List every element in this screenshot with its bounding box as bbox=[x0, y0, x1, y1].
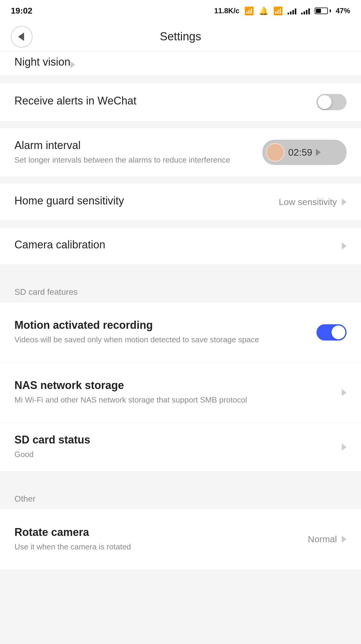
status-icons: 11.8K/c 📶 🔔 📶 47% bbox=[214, 6, 350, 16]
nas-storage-title: NAS network storage bbox=[14, 379, 335, 392]
top-nav: Settings bbox=[0, 22, 361, 52]
nas-storage-chevron-icon bbox=[342, 389, 347, 396]
night-vision-right bbox=[70, 61, 75, 68]
alarm-interval-group: Alarm interval Set longer intervals betw… bbox=[0, 128, 361, 176]
signal-bars-2 bbox=[301, 7, 310, 14]
alarm-interval-row[interactable]: Alarm interval Set longer intervals betw… bbox=[0, 128, 361, 176]
receive-alerts-row[interactable]: Receive alerts in WeChat bbox=[0, 83, 361, 121]
battery-icon bbox=[315, 8, 331, 14]
signal-bars-1 bbox=[288, 7, 296, 14]
night-vision-chevron-icon bbox=[70, 61, 75, 68]
motion-recording-right bbox=[316, 324, 347, 341]
camera-calibration-row[interactable]: Camera calibration bbox=[0, 228, 361, 264]
divider-3 bbox=[0, 176, 361, 184]
night-vision-group: Night vision bbox=[0, 52, 361, 76]
rotate-camera-value: Normal bbox=[308, 534, 337, 544]
receive-alerts-right bbox=[316, 94, 347, 110]
home-guard-title: Home guard sensitivity bbox=[14, 194, 272, 207]
camera-calibration-group: Camera calibration bbox=[0, 228, 361, 264]
divider-1 bbox=[0, 76, 361, 83]
receive-alerts-title: Receive alerts in WeChat bbox=[14, 95, 309, 107]
network-speed: 11.8K/c bbox=[214, 7, 239, 15]
sd-card-status-value: Good bbox=[14, 449, 335, 460]
home-guard-chevron-icon bbox=[342, 198, 347, 206]
other-section-header: Other bbox=[0, 483, 361, 509]
camera-calibration-title: Camera calibration bbox=[14, 238, 335, 251]
home-guard-right: Low sensitivity bbox=[279, 197, 347, 207]
receive-alerts-left: Receive alerts in WeChat bbox=[14, 95, 316, 110]
camera-calibration-right bbox=[342, 242, 347, 250]
sd-card-status-left: SD card status Good bbox=[14, 434, 342, 460]
back-button[interactable] bbox=[11, 26, 32, 48]
alerts-group: Receive alerts in WeChat bbox=[0, 83, 361, 121]
sd-card-status-title: SD card status bbox=[14, 434, 335, 446]
receive-alerts-toggle[interactable] bbox=[316, 94, 347, 110]
back-arrow-icon bbox=[18, 33, 24, 41]
battery-percent: 47% bbox=[336, 7, 350, 15]
sd-card-status-chevron-icon bbox=[342, 443, 347, 451]
alarm-interval-title: Alarm interval bbox=[14, 139, 255, 152]
alarm-interval-subtitle: Set longer intervals between the alarms … bbox=[14, 154, 255, 166]
motion-toggle-thumb bbox=[332, 325, 345, 339]
sd-card-status-right bbox=[342, 443, 347, 451]
rotate-camera-left: Rotate camera Use it when the camera is … bbox=[14, 526, 308, 553]
rotate-camera-title: Rotate camera bbox=[14, 526, 301, 539]
alarm-time-value: 02:59 bbox=[288, 147, 312, 158]
motion-recording-title: Motion activated recording bbox=[14, 319, 309, 331]
wifi-icon: 📶 bbox=[273, 6, 283, 16]
home-guard-group: Home guard sensitivity Low sensitivity bbox=[0, 184, 361, 220]
sd-card-status-row[interactable]: SD card status Good bbox=[0, 423, 361, 471]
camera-calibration-chevron-icon bbox=[342, 242, 347, 250]
nas-storage-row[interactable]: NAS network storage Mi Wi-Fi and other N… bbox=[0, 362, 361, 423]
home-guard-value: Low sensitivity bbox=[279, 197, 337, 207]
alarm-icon: 🔔 bbox=[259, 6, 268, 16]
night-vision-title: Night vision bbox=[14, 56, 70, 68]
alarm-chevron-icon bbox=[316, 149, 321, 156]
divider-5 bbox=[0, 264, 361, 276]
alarm-interval-right: 02:59 bbox=[262, 140, 347, 165]
rotate-camera-subtitle: Use it when the camera is rotated bbox=[14, 541, 301, 553]
divider-4 bbox=[0, 220, 361, 228]
home-guard-row[interactable]: Home guard sensitivity Low sensitivity bbox=[0, 184, 361, 220]
status-bar: 19:02 11.8K/c 📶 🔔 📶 47% bbox=[0, 0, 361, 22]
alarm-interval-control[interactable]: 02:59 bbox=[262, 140, 347, 165]
motion-recording-left: Motion activated recording Videos will b… bbox=[14, 319, 316, 346]
alarm-interval-left: Alarm interval Set longer intervals betw… bbox=[14, 139, 262, 166]
motion-recording-row[interactable]: Motion activated recording Videos will b… bbox=[0, 302, 361, 362]
nas-storage-left: NAS network storage Mi Wi-Fi and other N… bbox=[14, 379, 342, 406]
sd-card-section-header: SD card features bbox=[0, 276, 361, 302]
sd-card-group: Motion activated recording Videos will b… bbox=[0, 302, 361, 471]
divider-6 bbox=[0, 471, 361, 483]
rotate-camera-chevron-icon bbox=[342, 536, 347, 543]
bluetooth-icon: 📶 bbox=[244, 6, 254, 16]
divider-2 bbox=[0, 121, 361, 128]
camera-calibration-left: Camera calibration bbox=[14, 238, 342, 254]
night-vision-row[interactable]: Night vision bbox=[0, 52, 361, 76]
nas-storage-right bbox=[342, 389, 347, 396]
nas-storage-subtitle: Mi Wi-Fi and other NAS network storage t… bbox=[14, 394, 335, 406]
home-guard-left: Home guard sensitivity bbox=[14, 194, 279, 210]
rotate-camera-row[interactable]: Rotate camera Use it when the camera is … bbox=[0, 509, 361, 569]
rotate-camera-right: Normal bbox=[308, 534, 347, 544]
page-title: Settings bbox=[160, 30, 201, 43]
motion-recording-toggle[interactable] bbox=[316, 324, 347, 341]
alarm-slider-thumb bbox=[266, 143, 285, 162]
motion-recording-subtitle: Videos will be saved only when motion de… bbox=[14, 334, 309, 346]
status-time: 19:02 bbox=[11, 6, 32, 16]
toggle-thumb bbox=[318, 95, 332, 109]
other-group: Rotate camera Use it when the camera is … bbox=[0, 509, 361, 569]
